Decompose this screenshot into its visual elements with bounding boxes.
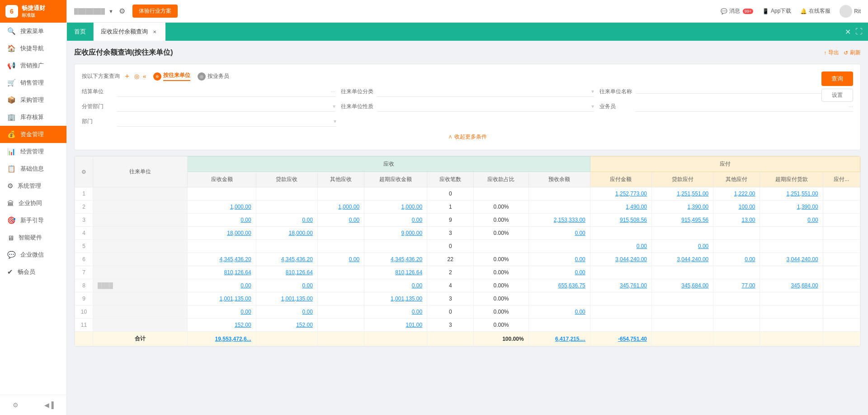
main-area: 首页 应收应付余额查询 ✕ ✕ ⛶ 应收应付余额查询(按往来单位) ↑ 导出 ↺… xyxy=(67,23,868,415)
sidebar-item-marketing[interactable]: 📢 营销推广 xyxy=(0,57,66,74)
col-ar-prepay: 预收余额 xyxy=(528,172,590,187)
sidebar-item-guide[interactable]: 🎯 新手引导 xyxy=(0,212,66,229)
page-actions: ↑ 导出 ↺ 刷新 xyxy=(824,49,861,57)
col-group-ar: 应收 xyxy=(188,157,590,172)
settlement-dots-icon[interactable]: ··· xyxy=(331,88,335,95)
table-row: 101,252,773.001,251,551.001,222.001,251,… xyxy=(75,187,860,200)
filter-row-3: 部门 ▾ xyxy=(82,116,853,127)
footer-ar-prepay[interactable]: 6,417,215.... xyxy=(528,332,590,346)
sidebar-item-basic[interactable]: 📋 基础信息 xyxy=(0,160,66,177)
username-label: Rit xyxy=(854,8,861,14)
footer-ap-amount[interactable]: -654,751.40 xyxy=(590,332,651,346)
scheme-salesman[interactable]: ◎ 按业务员 xyxy=(198,72,229,81)
tab-close-btn[interactable]: ✕ xyxy=(151,29,158,35)
salesman-dots-icon[interactable]: ··· xyxy=(849,103,853,110)
col-ar-overdue: 超期应收金额 xyxy=(364,172,427,187)
dept-arrow-icon[interactable]: ▾ xyxy=(333,103,335,110)
system-icon: ⚙ xyxy=(7,182,13,190)
partner-nature-arrow-icon[interactable]: ▾ xyxy=(591,103,594,110)
query-button[interactable]: 查询 xyxy=(821,72,853,86)
refresh-icon: ↺ xyxy=(844,50,848,56)
filter-add-btn[interactable]: ＋ xyxy=(123,72,131,81)
guide-icon: 🎯 xyxy=(7,216,16,224)
col-group-ap: 应付 xyxy=(590,157,860,172)
tab-bar: 首页 应收应付余额查询 ✕ ✕ ⛶ xyxy=(67,23,868,41)
filter-collapse-btn[interactable]: ∧ 收起更多条件 xyxy=(82,131,853,143)
filter-collapse-left-btn[interactable]: « xyxy=(143,73,146,80)
sidebar-item-system[interactable]: ⚙ 系统管理 xyxy=(0,177,66,195)
table-settings-cell[interactable]: ⚙ xyxy=(75,157,93,187)
app-download-btn[interactable]: 📱 App下载 xyxy=(762,7,791,15)
settlement-input[interactable]: ··· xyxy=(117,86,335,97)
sidebar-item-ops[interactable]: 📊 经营管理 xyxy=(0,143,66,160)
sidebar-item-sales[interactable]: 🛒 销售管理 xyxy=(0,74,66,91)
salesman-input[interactable]: ··· xyxy=(635,101,853,112)
export-button[interactable]: ↑ 导出 xyxy=(824,49,839,57)
message-badge: 99+ xyxy=(743,9,753,14)
filter-field-department: 部门 ▾ xyxy=(82,116,336,127)
col-ar-pct: 应收款占比 xyxy=(474,172,528,187)
online-service-btn[interactable]: 🔔 在线客服 xyxy=(800,7,830,15)
tab-close-window-btn[interactable]: ✕ xyxy=(845,28,851,36)
header-settings-icon[interactable]: ⚙ xyxy=(119,7,125,15)
table-row: 91,001,135.001,001,135.001,001,135.0030.… xyxy=(75,292,860,305)
table-row: 11152.00152.00101.0030.00% xyxy=(75,319,860,332)
table-row: 64,345,436.204,345,436.200.004,345,436.2… xyxy=(75,253,860,266)
marketing-icon: 📢 xyxy=(7,62,16,70)
header-dropdown-btn[interactable]: ▼ xyxy=(108,9,113,14)
home-icon: 🏠 xyxy=(7,44,16,52)
purchase-icon: 📦 xyxy=(7,96,16,104)
refresh-button[interactable]: ↺ 刷新 xyxy=(844,49,861,57)
footer-ar-amount[interactable]: 19,553,472,6... xyxy=(188,332,256,346)
col-ap-amount: 应付金额 xyxy=(590,172,651,187)
sidebar-item-search-menu[interactable]: 🔍 搜索菜单 xyxy=(0,23,66,40)
promo-button[interactable]: 体验行业方案 xyxy=(132,5,178,18)
sidebar-item-quick-nav[interactable]: 🏠 快捷导航 xyxy=(0,40,66,57)
user-avatar-area[interactable]: Rit xyxy=(840,5,861,18)
sidebar-item-wechat[interactable]: 💬 企业微信 xyxy=(0,246,66,263)
sidebar-item-inventory[interactable]: 🏢 库存核算 xyxy=(0,109,66,126)
sales-icon: 🛒 xyxy=(7,79,16,87)
table-row: 21,000.001,000.001,000.0010.00%1,490.001… xyxy=(75,200,860,214)
department-input[interactable]: ▾ xyxy=(117,116,336,127)
scheme-partner[interactable]: ⊕ 按往来单位 xyxy=(153,72,190,81)
sidebar-bottom: ⚙ ◀▐ xyxy=(0,395,66,415)
col-ap-other: 其他应付 xyxy=(713,172,760,187)
tab-ar-ap[interactable]: 应收应付余额查询 ✕ xyxy=(94,23,165,41)
sidebar-item-member[interactable]: ✔ 畅会员 xyxy=(0,263,66,281)
sidebar-item-purchase[interactable]: 📦 采购管理 xyxy=(0,91,66,109)
footer-ar-pct: 100.00% xyxy=(474,332,528,346)
dept-input[interactable]: ▾ xyxy=(117,101,335,112)
department-arrow-icon[interactable]: ▾ xyxy=(334,118,336,124)
messages-btn[interactable]: 💬 消息 99+ xyxy=(721,7,753,15)
ops-icon: 📊 xyxy=(7,148,16,156)
sidebar-collapse-btn[interactable]: ◀▐ xyxy=(42,399,57,411)
tab-home[interactable]: 首页 xyxy=(67,23,94,41)
sidebar-item-finance[interactable]: 💰 资金管理 xyxy=(0,126,66,143)
sidebar-item-hardware[interactable]: 🖥 智能硬件 xyxy=(0,229,66,246)
table-footer-row: 合计 19,553,472,6... 100.00% 6,417,215....… xyxy=(75,332,860,346)
sidebar-settings-btn[interactable]: ⚙ xyxy=(10,399,21,411)
tab-maximize-btn[interactable]: ⛶ xyxy=(855,28,863,36)
scheme-icon-salesman: ◎ xyxy=(198,72,206,81)
table-group-header-row: ⚙ 往来单位 应收 应付 xyxy=(75,157,860,172)
settings-button[interactable]: 设置 xyxy=(821,89,853,102)
partner-cat-input[interactable]: ▾ xyxy=(377,86,594,97)
table-row: 7810,126.64810,126.64810,126.6420.00%0.0… xyxy=(75,266,860,279)
sidebar-logo: 6 畅捷通财 标准版 xyxy=(0,0,66,23)
data-table: ⚙ 往来单位 应收 应付 应收金额 贷款应 xyxy=(75,156,860,346)
table-row: 500.000.00 xyxy=(75,240,860,253)
table-settings-icon[interactable]: ⚙ xyxy=(81,169,86,175)
filter-settings-btn[interactable]: ◎ xyxy=(134,73,139,80)
partner-cat-arrow-icon[interactable]: ▾ xyxy=(591,88,594,95)
filter-field-partner-nature: 往来单位性质 ▾ xyxy=(341,101,594,112)
filter-field-salesman: 业务员 ··· xyxy=(599,101,853,112)
partner-name-input[interactable] xyxy=(636,90,853,94)
partner-nature-input[interactable]: ▾ xyxy=(377,101,594,112)
search-icon: 🔍 xyxy=(7,27,16,35)
service-icon: 🔔 xyxy=(800,8,807,14)
col-ap-loan: 贷款应付 xyxy=(652,172,713,187)
sidebar-item-corp[interactable]: 🏛 企业协同 xyxy=(0,195,66,212)
filter-field-partner-cat: 往来单位分类 ▾ xyxy=(341,86,594,97)
table-row: 30.000.000.000.0090.00%2,153,333.00915,5… xyxy=(75,214,860,227)
